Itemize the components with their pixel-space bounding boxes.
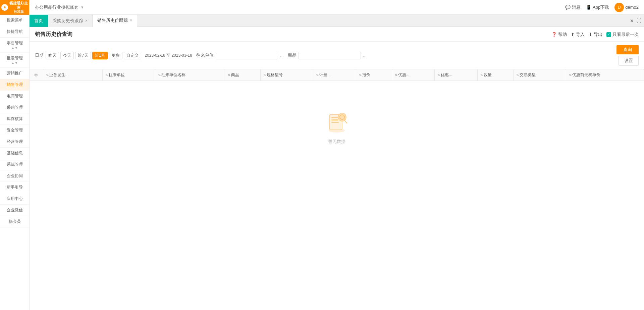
tabs-right: ✕ ⛶ [630, 18, 644, 23]
checkbox-icon: ✓ [606, 32, 611, 37]
col-sort-icon[interactable]: ⇅ [395, 73, 397, 77]
sidebar-item-wholesale[interactable]: 批发管理▲▼ [0, 53, 29, 68]
col-label: 数量 [484, 72, 492, 78]
col-sort-icon[interactable]: ⇅ [46, 73, 49, 77]
goods-dots[interactable]: ... [363, 53, 367, 58]
tab-purchase_history[interactable]: 采购历史价跟踪× [48, 15, 93, 27]
col-sort-icon[interactable]: ⇅ [263, 73, 266, 77]
sidebar-quicknav[interactable]: 快捷导航 [0, 26, 29, 38]
col-sort-icon[interactable]: ⇅ [228, 73, 230, 77]
col-goods: ⇅商品 [225, 69, 261, 81]
empty-state: 暂无数据 [30, 81, 644, 171]
filter-area: 日期 昨天今天近7天近1月更多自定义 2023-02-18 至 2023-03-… [30, 42, 644, 69]
tab-home[interactable]: 首页 [30, 15, 48, 27]
page-header: 销售历史价查询 ❓ 帮助 ⬆ 导入 ⬇ 导出 ✓ [30, 27, 644, 42]
date-range: 2023-02-18 至 2023-03-18 [145, 53, 192, 58]
table-area: ⚙⇅业务发生...⇅往来单位⇅往来单位名称⇅商品⇅规格型号⇅计量...⇅报价⇅优… [30, 69, 644, 171]
sidebar-item-inventory[interactable]: 库存核算 [0, 113, 29, 125]
col-label: 交易类型 [520, 72, 536, 78]
sidebar-item-purchase[interactable]: 采购管理 [0, 102, 29, 113]
sidebar-item-corpwechat[interactable]: 企业微信 [0, 205, 29, 216]
goods-label: 商品 [288, 52, 297, 58]
unit-input[interactable] [216, 52, 278, 59]
sidebar-item-appcenter[interactable]: 应用中心 [0, 193, 29, 205]
sidebar-label: 电商管理 [7, 93, 23, 99]
sidebar-items: 零售管理▲▼批发管理▲▼营销推广销售管理电商管理采购管理库存核算资金管理经营管理… [0, 38, 29, 227]
col-sort-icon[interactable]: ⇅ [516, 73, 519, 77]
date-btn-yesterday[interactable]: 昨天 [46, 52, 59, 59]
page-title: 销售历史价查询 [35, 31, 72, 38]
col-label: 规格型号 [267, 72, 283, 78]
sidebar-item-member[interactable]: 畅会员 [0, 216, 29, 227]
export-label: 导出 [594, 32, 602, 38]
sidebar-item-basic[interactable]: 基础信息 [0, 148, 29, 159]
sidebar-item-finance[interactable]: 资金管理 [0, 125, 29, 136]
date-btn-today[interactable]: 今天 [60, 52, 74, 59]
tab-close-icon[interactable]: × [85, 18, 88, 23]
sidebar-item-system[interactable]: 系统管理 [0, 159, 29, 170]
sidebar-item-enterprise[interactable]: 企业协同 [0, 170, 29, 182]
empty-text: 暂无数据 [328, 139, 345, 145]
sidebar-item-newguide[interactable]: 新手引导 [0, 182, 29, 193]
col-gear: ⚙ [30, 69, 43, 81]
col-sort-icon[interactable]: ⇅ [437, 73, 440, 77]
app-download-label: App下载 [593, 4, 609, 10]
col-label: 往来单位名称 [161, 72, 185, 78]
settings-button[interactable]: 设置 [619, 56, 639, 66]
message-icon: 💬 [565, 5, 571, 10]
tab-close-icon[interactable]: × [130, 18, 132, 23]
help-button[interactable]: ❓ 帮助 [551, 32, 567, 38]
col-sort-icon[interactable]: ⇅ [158, 73, 161, 77]
query-button[interactable]: 查询 [616, 45, 639, 54]
tabs-bar: 首页采购历史价跟踪×销售历史价跟踪× ✕ ⛶ [30, 15, 644, 27]
col-label: 计量... [319, 72, 331, 78]
workspace-selector[interactable]: 办公用品行业模拟账套 ▾ [35, 4, 84, 10]
import-button[interactable]: ⬆ 导入 [571, 32, 585, 38]
sidebar-item-marketing[interactable]: 营销推广 [0, 68, 29, 79]
col-quote: ⇅报价 [356, 69, 392, 81]
table-header: ⚙⇅业务发生...⇅往来单位⇅往来单位名称⇅商品⇅规格型号⇅计量...⇅报价⇅优… [30, 69, 644, 81]
col-sort-icon[interactable]: ⇅ [316, 73, 319, 77]
unit-dots[interactable]: ... [280, 53, 284, 58]
tab-sales_history[interactable]: 销售历史价跟踪× [93, 15, 137, 27]
fullscreen-icon[interactable]: ⛶ [637, 18, 641, 23]
date-btn-last7[interactable]: 近7天 [75, 52, 91, 59]
user-info[interactable]: D demo2 [614, 3, 639, 12]
close-tab-icon[interactable]: ✕ [630, 18, 634, 23]
col-sort-icon[interactable]: ⇅ [480, 73, 483, 77]
sidebar-item-operations[interactable]: 经营管理 [0, 136, 29, 148]
sidebar-search[interactable]: 搜索菜单 [0, 15, 29, 26]
date-filter-group: 日期 昨天今天近7天近1月更多自定义 2023-02-18 至 2023-03-… [35, 52, 192, 59]
topbar-right: 💬 消息 📱 App下载 D demo2 [565, 3, 639, 12]
app-name: 畅捷通好生意 [9, 1, 28, 10]
svg-rect-3 [331, 119, 338, 120]
workspace-chevron-icon[interactable]: ▾ [81, 5, 84, 10]
date-btn-custom[interactable]: 自定义 [124, 52, 141, 59]
sidebar-item-sales[interactable]: 销售管理 [0, 79, 29, 91]
column-settings-icon[interactable]: ⚙ [34, 73, 38, 78]
sidebar-item-ecommerce[interactable]: 电商管理 [0, 91, 29, 102]
col-label: 往来单位 [109, 72, 125, 78]
col-unit_name: ⇅往来单位名称 [155, 69, 225, 81]
message-button[interactable]: 💬 消息 [565, 4, 581, 10]
col-spec: ⇅规格型号 [261, 69, 313, 81]
date-btn-last1m[interactable]: 近1月 [92, 52, 108, 59]
sidebar-item-retail[interactable]: 零售管理▲▼ [0, 38, 29, 53]
date-btn-more[interactable]: 更多 [109, 52, 122, 59]
sidebar-label: 应用中心 [7, 196, 23, 202]
col-label: 优惠前无税单价 [572, 72, 600, 78]
goods-input[interactable] [299, 52, 361, 59]
col-sort-icon[interactable]: ⇅ [359, 73, 362, 77]
app-download-button[interactable]: 📱 App下载 [586, 4, 609, 10]
col-sort-icon[interactable]: ⇅ [569, 73, 572, 77]
sidebar-label: 企业协同 [7, 173, 23, 179]
unit-filter-group: 往来单位 ... [196, 52, 284, 59]
import-icon: ⬆ [571, 32, 575, 37]
sidebar-label: 基础信息 [7, 150, 23, 156]
col-sort-icon[interactable]: ⇅ [105, 73, 108, 77]
help-icon: ❓ [551, 32, 557, 37]
only-last-toggle[interactable]: ✓ 只看最后一次 [606, 32, 639, 38]
app-edition: 标准版 [9, 10, 28, 14]
col-unit: ⇅计量... [313, 69, 356, 81]
export-button[interactable]: ⬇ 导出 [589, 32, 602, 38]
